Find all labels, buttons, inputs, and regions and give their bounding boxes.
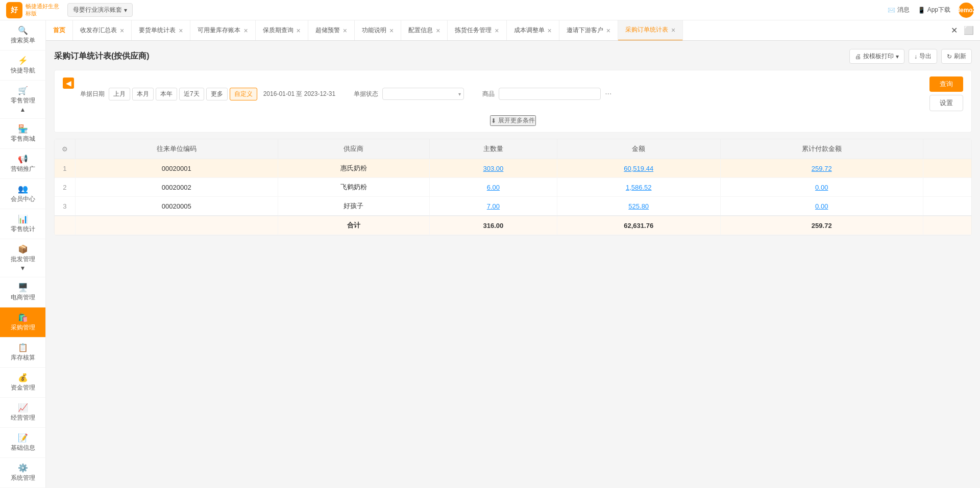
tab-close-icon[interactable]: × [297, 27, 301, 34]
message-btn[interactable]: ✉️ 消息 [888, 6, 910, 14]
tab-validity-label: 保质期查询 [263, 26, 293, 35]
page-title: 采购订单统计表(按供应商) [54, 51, 150, 62]
row-qty[interactable]: 7.00 [430, 197, 557, 216]
last-7days-btn[interactable]: 近7天 [179, 88, 204, 100]
sidebar-item-quick-nav[interactable]: ⚡ 快捷导航 [0, 50, 45, 81]
row-amount[interactable]: 60,519.44 [557, 159, 720, 178]
sidebar-item-inventory[interactable]: 📋 库存核算 [0, 338, 45, 368]
row-qty[interactable]: 6.00 [430, 178, 557, 197]
table-header-row: ⚙ 往来单位编码 供应商 主数量 金额 累计付款金额 [55, 139, 971, 159]
query-btn[interactable]: 查询 [929, 76, 963, 92]
row-extra [923, 178, 971, 197]
top-bar: 好 畅捷通好生意 标版 母婴行业演示账套 ▾ ✉️ 消息 📱 App下载 dem… [0, 0, 980, 20]
last-month-btn[interactable]: 上月 [109, 88, 130, 100]
tab-picking-task[interactable]: 拣货任务管理 × [448, 20, 506, 41]
sidebar-item-label: 采购管理 [11, 323, 35, 332]
refresh-label: 刷新 [954, 52, 966, 61]
col-settings-icon[interactable]: ⚙ [62, 145, 68, 153]
sidebar-item-members[interactable]: 👥 会员中心 [0, 179, 45, 209]
workspace-selector[interactable]: 母婴行业演示账套 ▾ [67, 3, 133, 17]
marketing-icon: 📢 [18, 154, 28, 164]
tab-close-icon[interactable]: × [671, 27, 675, 34]
row-num: 3 [55, 197, 75, 216]
row-paid[interactable]: 259.72 [720, 159, 923, 178]
filter-panel: ◀ 单据日期 上月 本月 本年 近7天 更多 [54, 70, 972, 133]
filter-collapse-btn[interactable]: ◀ [63, 78, 74, 89]
tab-close-icon[interactable]: × [606, 27, 610, 34]
row-amount[interactable]: 1,586.52 [557, 178, 720, 197]
sidebar-item-ecommerce[interactable]: 🖥️ 电商管理 [0, 277, 45, 307]
tab-validity-query[interactable]: 保质期查询 × [256, 20, 308, 41]
tab-close-icon[interactable]: × [436, 27, 440, 34]
tab-function-desc[interactable]: 功能说明 × [355, 20, 401, 41]
sidebar-item-purchase-mgmt[interactable]: 🛍️ 采购管理 [0, 307, 45, 338]
sidebar-item-retail-mall[interactable]: 🏪 零售商城 [0, 119, 45, 149]
export-icon: ↓ [914, 53, 917, 60]
sidebar-item-operations[interactable]: 📈 经营管理 [0, 398, 45, 428]
row-paid[interactable]: 0.00 [720, 178, 923, 197]
sidebar-item-search[interactable]: 🔍 搜索英单 [0, 20, 45, 50]
tab-purchase-order-summary[interactable]: 采购订单统计表 × [618, 20, 683, 41]
refresh-btn[interactable]: ↻ 刷新 [941, 49, 972, 64]
sidebar-item-label: 系统管理 [11, 474, 35, 482]
tab-close-icon[interactable]: × [548, 27, 552, 34]
more-options-icon[interactable]: ··· [605, 89, 611, 98]
tab-overstock-warning[interactable]: 超储预警 × [308, 20, 355, 41]
tab-home[interactable]: 首页 [46, 20, 73, 41]
retail-stats-icon: 📊 [18, 214, 28, 224]
settings-btn[interactable]: 设置 [929, 95, 963, 111]
tab-picking-label: 拣货任务管理 [455, 26, 492, 35]
sidebar-item-label: 批发管理 [11, 255, 35, 264]
tab-close-icon[interactable]: × [243, 27, 248, 34]
app-download-btn[interactable]: 📱 App下载 [918, 6, 950, 14]
goods-input[interactable] [499, 88, 601, 100]
tab-available-inventory[interactable]: 可用量库存账本 × [190, 20, 255, 41]
row-amount[interactable]: 525.80 [557, 197, 720, 216]
row-qty[interactable]: 303.00 [430, 159, 557, 178]
main-layout: 🔍 搜索英单 ⚡ 快捷导航 🛒 零售管理 ▲ 🏪 零售商城 📢 营销推广 👥 会… [0, 20, 980, 488]
sidebar-item-marketing[interactable]: 📢 营销推广 [0, 149, 45, 179]
footer-extra [923, 216, 971, 235]
sidebar-item-label: 基础信息 [11, 444, 35, 452]
tab-invite-downstream[interactable]: 邀请下游客户 × [559, 20, 618, 41]
sidebar-item-retail-stats[interactable]: 📊 零售统计 [0, 209, 45, 239]
date-range-item: 2016-01-01 至 2023-12-31 [263, 90, 335, 98]
template-print-btn[interactable]: 🖨 按模板打印 ▾ [849, 49, 904, 64]
expand-more-btn[interactable]: ⬇ 展开更多条件 [490, 115, 536, 126]
avatar[interactable]: demo2 [959, 3, 974, 18]
tab-close-icon[interactable]: × [120, 27, 124, 34]
app-download-label: App下载 [927, 6, 950, 14]
maximize-btn[interactable]: ⬜ [962, 24, 976, 36]
status-select[interactable] [382, 88, 464, 100]
sidebar-item-label: 零售统计 [11, 225, 35, 234]
tab-close-icon[interactable]: × [495, 27, 499, 34]
sidebar-item-retail-mgmt[interactable]: 🛒 零售管理 ▲ [0, 81, 45, 119]
row-paid[interactable]: 0.00 [720, 197, 923, 216]
sidebar-item-system[interactable]: ⚙️ 系统管理 [0, 458, 45, 488]
inventory-icon: 📋 [18, 343, 28, 352]
tab-close-icon[interactable]: × [343, 27, 347, 34]
tab-config-info[interactable]: 配置信息 × [401, 20, 448, 41]
custom-date-tag[interactable]: 自定义 [230, 88, 257, 100]
close-all-tabs-btn[interactable]: ✕ [949, 24, 960, 36]
status-select-wrapper [382, 88, 464, 100]
tab-function-label: 功能说明 [362, 26, 386, 35]
tab-close-icon[interactable]: × [389, 27, 394, 34]
filter-row-1: 单据日期 上月 本月 本年 近7天 更多 自定义 [80, 76, 963, 111]
row-extra [923, 197, 971, 216]
tab-cost-adjust[interactable]: 成本调整单 × [507, 20, 559, 41]
export-btn[interactable]: ↓ 导出 [909, 49, 937, 64]
tab-receive-summary[interactable]: 收发存汇总表 × [73, 20, 132, 41]
this-year-btn[interactable]: 本年 [156, 88, 177, 100]
this-month-btn[interactable]: 本月 [132, 88, 154, 100]
sidebar-item-basic-info[interactable]: 📝 基础信息 [0, 428, 45, 458]
collapse-arrow-icon: ▼ [20, 265, 26, 272]
tab-close-icon[interactable]: × [179, 27, 183, 34]
tab-available-inventory-label: 可用量库存账本 [198, 26, 240, 35]
filter-more-row: ⬇ 展开更多条件 [63, 115, 963, 126]
tab-purchase-summary[interactable]: 要货单统计表 × [132, 20, 190, 41]
sidebar-item-finance[interactable]: 💰 资金管理 [0, 368, 45, 398]
tab-bar-actions: ✕ ⬜ [945, 24, 980, 36]
more-date-btn[interactable]: 更多 [206, 88, 228, 100]
sidebar-item-wholesale-mgmt[interactable]: 📦 批发管理 ▼ [0, 239, 45, 277]
